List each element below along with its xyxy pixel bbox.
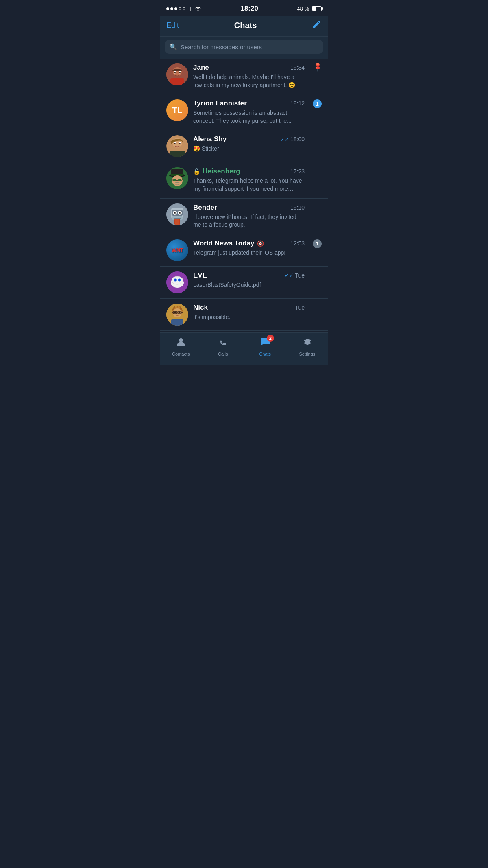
status-time: 18:20	[240, 4, 258, 13]
svg-point-33	[174, 212, 176, 213]
chat-preview-wnt: Telegram just updated their iOS app!	[193, 249, 305, 257]
svg-point-47	[179, 279, 180, 281]
avatar-wnt: WNT	[166, 239, 188, 261]
tab-label-settings: Settings	[299, 352, 315, 356]
chat-time-alena: ✓✓ 18:00	[280, 136, 305, 142]
tab-bar: Contacts Calls 2 Chats Settings	[160, 332, 328, 365]
chat-item-alena[interactable]: Alena Shy ✓✓ 18:00 😍 Sticker	[160, 130, 328, 162]
chat-name-jane: Jane	[193, 63, 209, 72]
status-right: 48 %	[297, 6, 322, 12]
search-icon: 🔍	[170, 43, 177, 50]
chat-preview-eve: LaserBlastSafetyGuide.pdf	[193, 281, 305, 289]
svg-rect-58	[171, 319, 183, 326]
mute-icon-wnt: 🔇	[257, 240, 264, 247]
chat-name-nick: Nick	[193, 304, 208, 312]
svg-point-59	[179, 338, 183, 342]
carrier-label: T	[189, 6, 192, 12]
tab-label-chats: Chats	[259, 352, 271, 356]
chat-item-heisenberg[interactable]: 🔒 Heisenberg 17:23 Thanks, Telegram help…	[160, 162, 328, 198]
unread-badge-wnt: 1	[313, 239, 322, 248]
chat-item-wnt[interactable]: WNT World News Today 🔇 12:53 Telegram ju…	[160, 234, 328, 267]
signal-dot-1	[166, 7, 169, 10]
svg-rect-11	[170, 151, 185, 157]
svg-point-7	[179, 72, 181, 73]
chat-preview-heisenberg: Thanks, Telegram helps me a lot. You hav…	[193, 177, 305, 193]
chat-info-eve: EVE ✓✓ Tue LaserBlastSafetyGuide.pdf	[193, 271, 305, 289]
edit-button[interactable]: Edit	[166, 21, 179, 30]
chat-info-bender: Bender 15:10 I looove new iPhones! If fa…	[193, 203, 305, 229]
tab-label-contacts: Contacts	[172, 352, 190, 356]
chat-name-eve: EVE	[193, 271, 207, 280]
chat-item-eve[interactable]: EVE ✓✓ Tue LaserBlastSafetyGuide.pdf	[160, 267, 328, 299]
chat-name-wnt: World News Today	[193, 239, 255, 247]
chat-time-heisenberg: 17:23	[290, 168, 305, 175]
svg-rect-2	[170, 78, 184, 85]
svg-rect-22	[178, 179, 181, 181]
svg-rect-8	[174, 69, 181, 71]
svg-point-46	[174, 279, 176, 281]
chat-list: Jane 15:34 Well I do help animals. Maybe…	[160, 59, 328, 332]
chat-item-nick[interactable]: Nick Tue It's impossible.	[160, 299, 328, 331]
svg-point-6	[174, 72, 176, 73]
avatar-jane	[166, 63, 188, 85]
chat-name-heisenberg: Heisenberg	[203, 167, 240, 175]
tab-chats[interactable]: 2 Chats	[244, 336, 286, 356]
chats-icon: 2	[259, 336, 271, 350]
svg-point-15	[179, 143, 181, 145]
avatar-initials-tyrion: TL	[172, 106, 182, 115]
tab-contacts[interactable]: Contacts	[160, 336, 202, 356]
chat-time-nick: Tue	[295, 304, 305, 311]
svg-line-24	[172, 180, 173, 180]
signal-dot-5	[183, 7, 185, 10]
chat-time-wnt: 12:53	[290, 240, 305, 247]
search-input[interactable]: 🔍 Search for messages or users	[165, 40, 323, 54]
chat-info-heisenberg: 🔒 Heisenberg 17:23 Thanks, Telegram help…	[193, 167, 305, 193]
chat-item-jane[interactable]: Jane 15:34 Well I do help animals. Maybe…	[160, 59, 328, 94]
unread-badge-tyrion: 1	[313, 99, 322, 108]
chat-time-jane: 15:34	[290, 64, 305, 71]
chat-name-alena: Alena Shy	[193, 135, 227, 143]
chat-item-tyrion[interactable]: TL Tyrion Lannister 18:12 Sometimes poss…	[160, 94, 328, 130]
svg-line-57	[181, 312, 183, 313]
avatar-heisenberg	[166, 167, 188, 189]
chat-time-eve: ✓✓ Tue	[285, 272, 305, 279]
checkmarks-eve: ✓✓	[285, 272, 294, 278]
compose-button[interactable]	[312, 20, 322, 31]
tab-settings[interactable]: Settings	[286, 336, 329, 356]
status-bar: T 18:20 48 %	[160, 0, 328, 16]
signal-dots	[166, 7, 185, 10]
avatar-alena	[166, 135, 188, 157]
settings-icon	[301, 336, 313, 350]
search-bar: 🔍 Search for messages or users	[160, 37, 328, 59]
svg-point-34	[179, 212, 181, 213]
pin-icon-jane: 📌	[312, 62, 323, 73]
svg-line-56	[172, 312, 173, 313]
search-placeholder-text: Search for messages or users	[181, 44, 262, 50]
signal-dot-2	[170, 7, 173, 10]
wifi-icon	[194, 5, 202, 12]
signal-dot-3	[174, 7, 177, 10]
tab-label-calls: Calls	[218, 352, 228, 356]
chat-right-jane: 📌	[309, 63, 322, 71]
signal-dot-4	[179, 7, 181, 10]
chat-info-nick: Nick Tue It's impossible.	[193, 304, 305, 321]
calls-icon	[217, 336, 229, 350]
avatar-bender	[166, 203, 188, 225]
chat-info-alena: Alena Shy ✓✓ 18:00 😍 Sticker	[193, 135, 305, 153]
battery-icon	[312, 6, 322, 11]
header: Edit Chats	[160, 16, 328, 37]
chat-right-tyrion: 1	[309, 99, 322, 108]
name-row-wnt: World News Today 🔇	[193, 239, 264, 247]
page-title: Chats	[234, 21, 257, 30]
avatar-tyrion: TL	[166, 99, 188, 121]
svg-point-50	[173, 308, 182, 317]
lock-icon-heisenberg: 🔒	[193, 168, 200, 175]
battery-percent: 48 %	[297, 6, 309, 12]
svg-rect-37	[175, 219, 179, 225]
tab-calls[interactable]: Calls	[202, 336, 244, 356]
chat-preview-tyrion: Sometimes possession is an abstract conc…	[193, 109, 305, 125]
chat-item-bender[interactable]: Bender 15:10 I looove new iPhones! If fa…	[160, 199, 328, 234]
avatar-nick	[166, 304, 188, 326]
status-left: T	[166, 5, 202, 12]
checkmarks-alena: ✓✓	[280, 136, 289, 142]
